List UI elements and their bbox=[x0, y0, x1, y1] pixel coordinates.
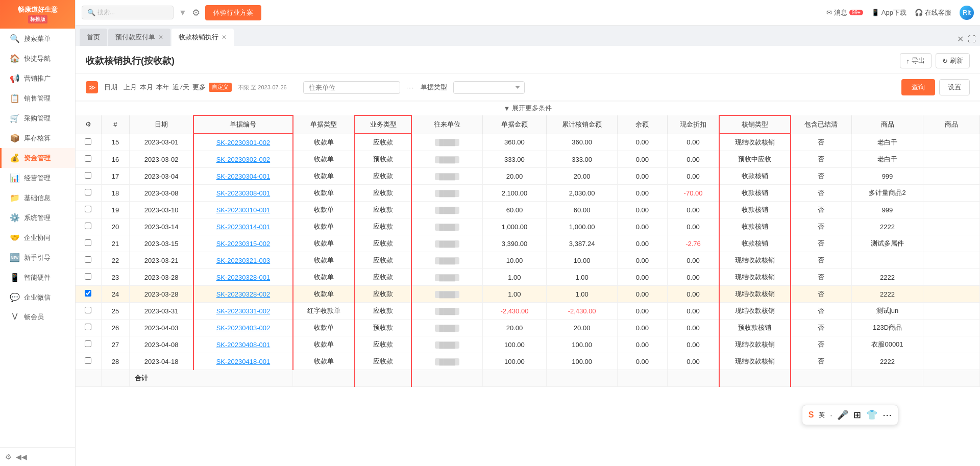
table-row[interactable]: 16 2023-03-02 SK-20230302-002 收款单 预收款 ██… bbox=[76, 151, 980, 168]
industry-solution-button[interactable]: 体验行业方案 bbox=[205, 5, 261, 20]
cell-num: 27 bbox=[101, 336, 130, 353]
cell-checkbox[interactable] bbox=[76, 235, 101, 252]
cell-bill-no[interactable]: SK-20230308-001 bbox=[193, 185, 293, 202]
cell-checkbox[interactable] bbox=[76, 353, 101, 370]
cell-checkbox[interactable] bbox=[76, 336, 101, 353]
filter-ellipsis[interactable]: ··· bbox=[406, 84, 415, 91]
table-row[interactable]: 18 2023-03-08 SK-20230308-001 收款单 应收款 ██… bbox=[76, 185, 980, 202]
cell-cash-discount: 0.00 bbox=[667, 336, 719, 353]
sidebar-item-guide[interactable]: 🆕新手引导 bbox=[0, 248, 75, 267]
cell-checkbox[interactable] bbox=[76, 303, 101, 320]
cell-bill-no[interactable]: SK-20230315-002 bbox=[193, 235, 293, 252]
table-row[interactable]: 22 2023-03-21 SK-20230321-003 收款单 应收款 ██… bbox=[76, 252, 980, 269]
sidebar-item-member[interactable]: V畅会员 bbox=[0, 307, 75, 327]
sidebar-item-sales[interactable]: 📋销售管理 bbox=[0, 88, 75, 108]
settings-icon[interactable]: ⚙ bbox=[192, 7, 200, 18]
cell-bill-no[interactable]: SK-20230301-002 bbox=[193, 134, 293, 151]
date-link-7days[interactable]: 近7天 bbox=[173, 83, 189, 92]
table-row[interactable]: 24 2023-03-28 SK-20230328-002 收款单 应收款 ██… bbox=[76, 286, 980, 303]
tab-payable[interactable]: 预付款应付单✕ bbox=[108, 29, 170, 46]
cell-bill-no[interactable]: SK-20230304-001 bbox=[193, 168, 293, 185]
table-row[interactable]: 20 2023-03-14 SK-20230314-001 收款单 应收款 ██… bbox=[76, 218, 980, 235]
cell-bill-no[interactable]: SK-20230328-002 bbox=[193, 286, 293, 303]
message-icon-item[interactable]: ✉ 消息 99+ bbox=[826, 8, 863, 17]
cell-checkbox[interactable] bbox=[76, 269, 101, 286]
cell-checkbox[interactable] bbox=[76, 286, 101, 303]
filter-expand-button[interactable]: ▼ 展开更多条件 bbox=[76, 101, 980, 115]
sidebar-item-hardware[interactable]: 📱智能硬件 bbox=[0, 267, 75, 287]
cell-cash-discount: 0.00 bbox=[667, 353, 719, 370]
query-button[interactable]: 查询 bbox=[901, 79, 935, 95]
table-row[interactable]: 15 2023-03-01 SK-20230301-002 收款单 应收款 ██… bbox=[76, 134, 980, 151]
cell-checkbox[interactable] bbox=[76, 320, 101, 336]
user-avatar[interactable]: Rit bbox=[960, 6, 974, 20]
topbar-search[interactable]: 🔍 搜索... bbox=[82, 6, 174, 19]
table-row[interactable]: 19 2023-03-10 SK-20230310-001 收款单 应收款 ██… bbox=[76, 202, 980, 218]
cell-bill-no[interactable]: SK-20230408-001 bbox=[193, 336, 293, 353]
table-row[interactable]: 23 2023-03-28 SK-20230328-001 收款单 应收款 ██… bbox=[76, 269, 980, 286]
table-row[interactable]: 28 2023-04-18 SK-20230418-001 收款单 应收款 ██… bbox=[76, 353, 980, 370]
bill-type-select[interactable] bbox=[453, 81, 525, 94]
cell-checkbox[interactable] bbox=[76, 151, 101, 168]
tab-close-icon[interactable]: ✕ bbox=[957, 34, 964, 44]
sidebar-item-quick[interactable]: 🏠快捷导航 bbox=[0, 48, 75, 68]
sidebar-settings-icon[interactable]: ⚙ bbox=[5, 453, 12, 461]
date-link-this-month[interactable]: 本月 bbox=[140, 83, 153, 92]
cell-checkbox[interactable] bbox=[76, 168, 101, 185]
tab-close-collection[interactable]: ✕ bbox=[222, 34, 227, 41]
cell-checkbox[interactable] bbox=[76, 134, 101, 151]
tab-close-payable[interactable]: ✕ bbox=[158, 34, 163, 41]
dropdown-icon[interactable]: ▼ bbox=[179, 8, 187, 17]
cell-bill-no[interactable]: SK-20230314-001 bbox=[193, 218, 293, 235]
table-row[interactable]: 26 2023-04-03 SK-20230403-002 收款单 预收款 ██… bbox=[76, 320, 980, 336]
cell-bill-no[interactable]: SK-20230321-003 bbox=[193, 252, 293, 269]
sidebar-collapse-icon[interactable]: ◀◀ bbox=[16, 453, 27, 461]
app-download-item[interactable]: 📱 App下载 bbox=[871, 8, 906, 17]
filter-toggle-button[interactable]: ≫ bbox=[86, 81, 98, 93]
sidebar-item-basic[interactable]: 📁基础信息 bbox=[0, 188, 75, 208]
cell-checkbox[interactable] bbox=[76, 202, 101, 218]
table-row[interactable]: 21 2023-03-15 SK-20230315-002 收款单 应收款 ██… bbox=[76, 235, 980, 252]
cell-checkbox[interactable] bbox=[76, 185, 101, 202]
tab-expand-icon[interactable]: ⛶ bbox=[968, 35, 976, 44]
cell-bill-no[interactable]: SK-20230403-002 bbox=[193, 320, 293, 336]
service-item[interactable]: 🎧 在线客服 bbox=[915, 8, 951, 17]
date-link-last-month[interactable]: 上月 bbox=[124, 83, 137, 92]
filter-settings-button[interactable]: 设置 bbox=[939, 79, 970, 95]
table-row[interactable]: 27 2023-04-08 SK-20230408-001 收款单 应收款 ██… bbox=[76, 336, 980, 353]
cell-checkbox[interactable] bbox=[76, 218, 101, 235]
ime-grid-icon[interactable]: ⊞ bbox=[853, 409, 861, 421]
date-link-more[interactable]: 更多 bbox=[192, 83, 206, 92]
cell-bill-no[interactable]: SK-20230302-002 bbox=[193, 151, 293, 168]
table-row[interactable]: 25 2023-03-31 SK-20230331-002 红字收款单 应收款 … bbox=[76, 303, 980, 320]
cell-accum-cancel: 10.00 bbox=[547, 252, 618, 269]
ime-shirt-icon[interactable]: 👕 bbox=[866, 409, 877, 421]
tab-home[interactable]: 首页 bbox=[80, 29, 107, 46]
export-button[interactable]: ↑ 导出 bbox=[900, 53, 932, 68]
tab-collection[interactable]: 收款核销执行✕ bbox=[172, 29, 234, 46]
table-row[interactable]: 17 2023-03-04 SK-20230304-001 收款单 应收款 ██… bbox=[76, 168, 980, 185]
cell-balance: 0.00 bbox=[618, 168, 667, 185]
ime-mic-icon[interactable]: 🎤 bbox=[837, 409, 848, 421]
sidebar-item-search[interactable]: 🔍搜索菜单 bbox=[0, 29, 75, 48]
refresh-button[interactable]: ↻ 刷新 bbox=[936, 53, 970, 68]
cell-bill-no[interactable]: SK-20230310-001 bbox=[193, 202, 293, 218]
date-custom-button[interactable]: 自定义 bbox=[209, 83, 232, 92]
sidebar-item-enterprise[interactable]: 🤝企业协同 bbox=[0, 228, 75, 248]
user-name: Rit bbox=[963, 9, 971, 16]
date-link-this-year[interactable]: 本年 bbox=[156, 83, 169, 92]
sidebar-item-ops[interactable]: 📊经营管理 bbox=[0, 168, 75, 188]
sidebar-item-finance[interactable]: 💰资金管理 bbox=[0, 148, 75, 168]
sidebar-item-marketing[interactable]: 📢营销推广 bbox=[0, 68, 75, 88]
ime-apps-icon[interactable]: ⋯ bbox=[883, 409, 892, 421]
th-settings[interactable]: ⚙ bbox=[76, 115, 101, 134]
sidebar-item-inventory[interactable]: 📦库存核算 bbox=[0, 128, 75, 148]
sidebar-item-wechat[interactable]: 💬企业微信 bbox=[0, 287, 75, 307]
sidebar-item-system[interactable]: ⚙️系统管理 bbox=[0, 208, 75, 228]
sidebar-item-purchase[interactable]: 🛒采购管理 bbox=[0, 108, 75, 128]
partner-input[interactable] bbox=[303, 81, 400, 94]
cell-checkbox[interactable] bbox=[76, 252, 101, 269]
cell-bill-no[interactable]: SK-20230328-001 bbox=[193, 269, 293, 286]
cell-bill-no[interactable]: SK-20230331-002 bbox=[193, 303, 293, 320]
cell-bill-no[interactable]: SK-20230418-001 bbox=[193, 353, 293, 370]
